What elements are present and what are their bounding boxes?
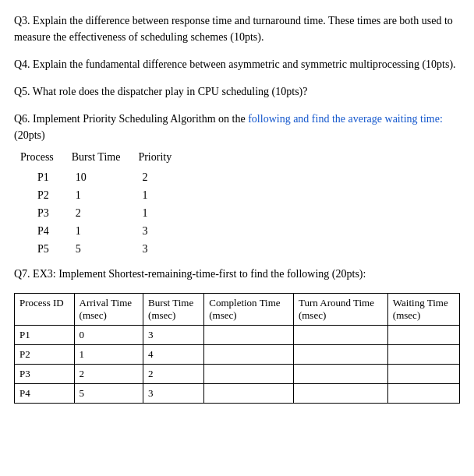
q4-text: Q4. Explain the fundamental difference b… [14,58,456,70]
q6-col-burst: Burst Time [60,148,127,168]
q7-cell-arrival: 1 [74,345,143,365]
q6-cell-process: P4 [14,222,60,240]
q7-cell-completion [204,384,294,404]
q7-cell-pid: P1 [15,326,75,345]
q6-cell-burst: 2 [60,204,127,222]
q6-cell-burst: 1 [60,186,127,204]
q6-table-row: P5 5 3 [14,240,178,258]
q7-cell-completion [204,326,294,345]
q7-table-row: P4 5 3 [15,384,460,404]
q6-cell-process: P1 [14,168,60,186]
q6-cell-priority: 2 [126,168,178,186]
q7-col-arrival: Arrival Time(msec) [74,294,143,326]
q6-table-row: P3 2 1 [14,204,178,222]
q7-cell-burst: 4 [143,345,204,365]
q7-table-row: P3 2 2 [15,365,460,384]
question-7: Q7. EX3: Implement Shortest-remaining-ti… [14,266,460,282]
q6-process-table: Process Burst Time Priority P1 10 2 P2 1… [14,148,178,258]
q6-col-priority: Priority [126,148,178,168]
q7-cell-waiting [387,326,459,345]
q6-cell-burst: 5 [60,240,127,258]
q5-text: Q5. What role does the dispatcher play i… [14,86,308,97]
q6-col-process: Process [14,148,60,168]
question-6: Q6. Implement Priority Scheduling Algori… [14,111,460,258]
q7-cell-burst: 2 [143,365,204,384]
q7-col-pid: Process ID [15,294,75,326]
q7-cell-arrival: 5 [74,384,143,404]
q7-cell-burst: 3 [143,326,204,345]
q7-col-waiting: Waiting Time(msec) [387,294,459,326]
q7-cell-turnaround [293,345,387,365]
q6-table-header-row: Process Burst Time Priority [14,148,178,168]
q6-intro: Q6. Implement Priority Scheduling Algori… [14,111,460,143]
question-3: Q3. Explain the difference between respo… [14,12,460,45]
question-4: Q4. Explain the fundamental difference b… [14,56,460,72]
q7-cell-pid: P3 [15,365,75,384]
q7-cell-arrival: 0 [74,326,143,345]
q7-col-completion: Completion Time(msec) [204,294,294,326]
q7-header-row: Process ID Arrival Time(msec) Burst Time… [15,294,460,326]
q7-cell-turnaround [293,384,387,404]
question-5: Q5. What role does the dispatcher play i… [14,83,460,100]
q7-cell-completion [204,345,294,365]
q7-col-turnaround: Turn Around Time(msec) [293,294,387,326]
q6-cell-priority: 3 [126,240,178,258]
q7-cell-waiting [387,365,459,384]
q6-cell-priority: 1 [126,204,178,222]
q7-table-row: P2 1 4 [15,345,460,365]
q6-cell-process: P3 [14,204,60,222]
q6-cell-priority: 1 [126,186,178,204]
q7-cell-waiting [387,345,459,365]
q7-schedule-table: Process ID Arrival Time(msec) Burst Time… [14,293,460,404]
q6-cell-priority: 3 [126,222,178,240]
q6-cell-burst: 1 [60,222,127,240]
q7-table-row: P1 0 3 [15,326,460,345]
q6-cell-process: P5 [14,240,60,258]
q7-text: Q7. EX3: Implement Shortest-remaining-ti… [14,268,366,280]
q7-cell-pid: P2 [15,345,75,365]
q6-table-row: P4 1 3 [14,222,178,240]
q6-text-blue: following and find the average waiting t… [248,113,443,125]
q6-table-row: P1 10 2 [14,168,178,186]
q6-text-before: Q6. Implement Priority Scheduling Algori… [14,113,248,125]
q7-col-burst: Burst Time(msec) [143,294,204,326]
q7-cell-turnaround [293,326,387,345]
q3-text: Q3. Explain the difference between respo… [14,15,453,43]
q7-cell-turnaround [293,365,387,384]
q6-text-after: (20pts) [14,129,45,141]
q7-cell-burst: 3 [143,384,204,404]
q7-cell-pid: P4 [15,384,75,404]
q6-table-row: P2 1 1 [14,186,178,204]
q7-cell-completion [204,365,294,384]
q7-cell-waiting [387,384,459,404]
q6-cell-burst: 10 [60,168,127,186]
q7-cell-arrival: 2 [74,365,143,384]
q6-cell-process: P2 [14,186,60,204]
